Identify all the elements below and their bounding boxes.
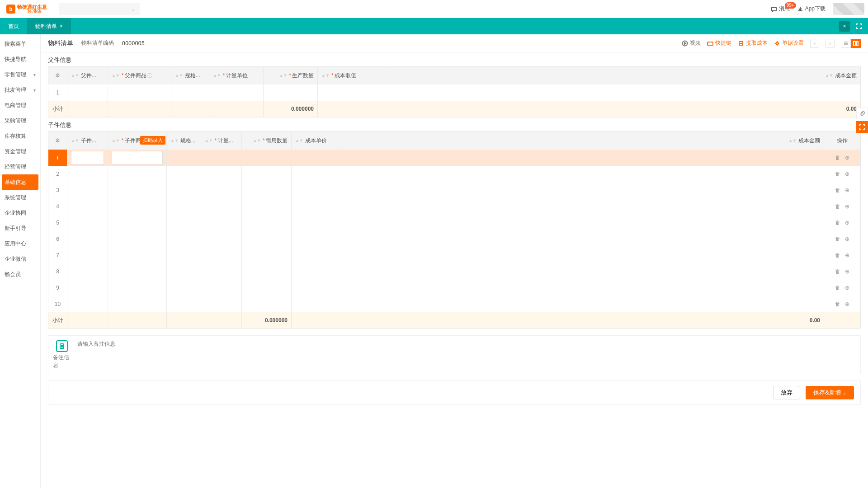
delete-row-button[interactable]: 🗑 bbox=[835, 268, 840, 275]
col-child-amount[interactable]: ▲▼成本金额 bbox=[341, 131, 824, 150]
col-child-product[interactable]: ▲▼*子件商...扫码录入 bbox=[108, 131, 167, 150]
scan-entry-badge[interactable]: 扫码录入 bbox=[140, 136, 165, 145]
view-list-button[interactable] bbox=[841, 39, 851, 48]
col-parent-amount[interactable]: ▲▼成本金额 bbox=[390, 66, 860, 84]
child-code-input[interactable] bbox=[71, 151, 104, 164]
hotkey-link[interactable]: 快捷键 bbox=[707, 39, 731, 47]
copy-row-button[interactable]: ⊕ bbox=[845, 301, 849, 307]
fullscreen-icon[interactable] bbox=[854, 21, 864, 32]
col-unit-cost[interactable]: ▲▼成本单价 bbox=[292, 131, 341, 150]
sidebar-item[interactable]: 快捷导航 bbox=[0, 52, 40, 67]
sidebar-item[interactable]: 畅会员 bbox=[0, 267, 40, 282]
view-form-button[interactable] bbox=[851, 39, 861, 48]
delete-row-button[interactable]: 🗑 bbox=[835, 187, 840, 193]
sidebar-item-label: 畅会员 bbox=[5, 271, 21, 278]
sidebar-item[interactable]: 搜索菜单 bbox=[0, 36, 40, 52]
prev-record-button[interactable]: ‹ bbox=[810, 39, 819, 48]
col-parent-uom[interactable]: ▲▼*计量单位 bbox=[209, 66, 264, 84]
column-settings-button[interactable]: ⚙ bbox=[48, 66, 67, 84]
copy-row-button[interactable]: ⊕ bbox=[845, 236, 849, 242]
child-row[interactable]: 5🗑⊕ bbox=[48, 215, 860, 231]
child-row[interactable]: 9🗑⊕ bbox=[48, 280, 860, 296]
chevron-down-icon: ▾ bbox=[33, 88, 36, 93]
org-selector[interactable]: ⌄ bbox=[59, 3, 140, 15]
copy-row-button[interactable]: ⊕ bbox=[845, 268, 849, 275]
delete-row-button[interactable]: 🗑 bbox=[835, 236, 840, 242]
copy-row-button[interactable]: ⊕ bbox=[845, 252, 849, 258]
col-child-qty[interactable]: ▲▼*需用数量 bbox=[242, 131, 292, 150]
gear-icon bbox=[774, 40, 780, 47]
child-subtotal-label: 小计 bbox=[48, 312, 67, 328]
remark-input[interactable] bbox=[77, 340, 856, 360]
delete-row-button[interactable]: 🗑 bbox=[835, 252, 840, 258]
copy-row-button[interactable]: ⊕ bbox=[845, 171, 849, 177]
col-parent-spec[interactable]: ▲▼规格... bbox=[171, 66, 209, 84]
delete-row-button[interactable]: 🗑 bbox=[835, 301, 840, 307]
child-row[interactable]: 4🗑⊕ bbox=[48, 198, 860, 215]
video-link[interactable]: 视频 bbox=[682, 39, 701, 47]
sidebar-item[interactable]: 应用中心 bbox=[0, 236, 40, 251]
sidebar-item[interactable]: 批发管理▾ bbox=[0, 82, 40, 98]
sidebar-item[interactable]: 库存核算 bbox=[0, 128, 40, 144]
sidebar-item[interactable]: 系统管理 bbox=[0, 190, 40, 205]
attachment-button[interactable] bbox=[856, 108, 868, 119]
child-row[interactable]: 3🗑⊕ bbox=[48, 182, 860, 198]
col-parent-product[interactable]: ▲▼*父件商品ⓘ bbox=[108, 66, 171, 84]
sidebar-item[interactable]: 新手引导 bbox=[0, 221, 40, 236]
help-icon[interactable]: ⓘ bbox=[147, 72, 152, 79]
extract-cost-link[interactable]: 提取成本 bbox=[738, 39, 768, 47]
child-row[interactable]: 2🗑⊕ bbox=[48, 166, 860, 182]
tab-close-all[interactable]: × bbox=[839, 21, 850, 32]
sidebar-item[interactable]: 经营管理 bbox=[0, 159, 40, 174]
col-child-code[interactable]: ▲▼子件... bbox=[67, 131, 108, 150]
sidebar-item[interactable]: 企业协同 bbox=[0, 205, 40, 221]
close-icon[interactable]: × bbox=[60, 23, 63, 29]
col-parent-code[interactable]: ▲▼父件... bbox=[67, 66, 108, 84]
sidebar-item[interactable]: 资金管理 bbox=[0, 144, 40, 159]
copy-row-button[interactable]: ⊕ bbox=[845, 220, 849, 226]
copy-row-button[interactable]: ⊕ bbox=[845, 155, 849, 161]
doc-settings-link[interactable]: 单据设置 bbox=[774, 39, 804, 47]
brand-edition: 标准版 bbox=[27, 8, 47, 14]
delete-row-button[interactable]: 🗑 bbox=[835, 171, 840, 177]
copy-row-button[interactable]: ⊕ bbox=[845, 187, 849, 193]
tab-bom[interactable]: 物料清单 × bbox=[27, 18, 71, 34]
col-child-code-label: 子件... bbox=[81, 137, 96, 145]
col-child-uom[interactable]: ▲▼*计量... bbox=[201, 131, 242, 150]
child-product-input[interactable] bbox=[112, 151, 163, 164]
delete-row-button[interactable]: 🗑 bbox=[835, 203, 840, 210]
child-row[interactable]: 6🗑⊕ bbox=[48, 231, 860, 247]
keyboard-icon bbox=[707, 40, 713, 47]
child-row[interactable]: 8🗑⊕ bbox=[48, 263, 860, 280]
app-download-button[interactable]: App下载 bbox=[797, 5, 826, 13]
save-and-new-button[interactable]: 保存&新增⌄ bbox=[806, 386, 854, 399]
delete-row-button[interactable]: 🗑 bbox=[835, 285, 840, 291]
col-parent-qty[interactable]: ▲▼*生产数量 bbox=[264, 66, 318, 84]
sidebar-item[interactable]: 采购管理 bbox=[0, 113, 40, 128]
sidebar-item[interactable]: 零售管理▾ bbox=[0, 67, 40, 82]
copy-row-button[interactable]: ⊕ bbox=[845, 203, 849, 210]
child-row[interactable]: 10🗑⊕ bbox=[48, 296, 860, 312]
sidebar-item[interactable]: 基础信息 bbox=[2, 174, 38, 190]
sidebar-item-label: 企业微信 bbox=[5, 255, 26, 263]
parent-row[interactable]: 1 bbox=[48, 84, 860, 101]
tab-home[interactable]: 首页 bbox=[0, 18, 27, 34]
child-row[interactable]: +🗑⊕ bbox=[48, 150, 860, 166]
col-cost-source[interactable]: ▲▼*成本取值 bbox=[318, 66, 390, 84]
expand-button[interactable] bbox=[856, 121, 868, 133]
delete-row-button[interactable]: 🗑 bbox=[835, 220, 840, 226]
child-row[interactable]: 7🗑⊕ bbox=[48, 247, 860, 263]
messages-button[interactable]: 消息 99+ bbox=[771, 5, 790, 13]
delete-row-button[interactable]: 🗑 bbox=[835, 155, 840, 161]
child-column-settings-button[interactable]: ⚙ bbox=[48, 131, 67, 150]
col-parent-uom-label: 计量单位 bbox=[226, 72, 248, 80]
col-child-spec[interactable]: ▲▼规格... bbox=[167, 131, 201, 150]
sidebar-item[interactable]: 企业微信 bbox=[0, 251, 40, 267]
next-record-button[interactable]: › bbox=[826, 39, 835, 48]
parent-subtotal-label: 小计 bbox=[48, 101, 67, 117]
user-avatar[interactable] bbox=[833, 3, 864, 15]
sidebar-item[interactable]: 电商管理 bbox=[0, 98, 40, 113]
copy-row-button[interactable]: ⊕ bbox=[845, 285, 849, 291]
cancel-button[interactable]: 放弃 bbox=[773, 386, 800, 399]
add-row-button[interactable]: + bbox=[54, 154, 62, 162]
